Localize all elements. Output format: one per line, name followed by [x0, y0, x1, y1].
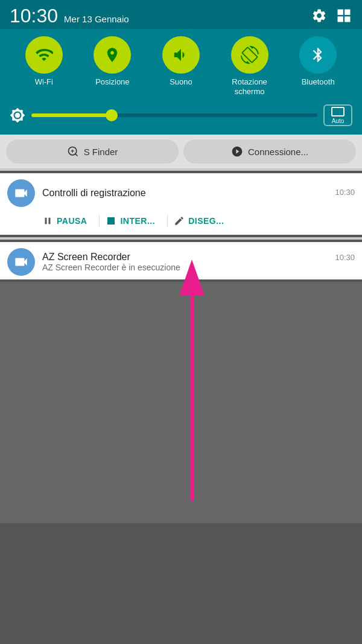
- toggle-posizione[interactable]: Posizione: [94, 36, 131, 96]
- edit-action-button[interactable]: DISEG...: [174, 213, 230, 229]
- notif-icon-1: [7, 179, 35, 207]
- bluetooth-circle: [299, 36, 337, 74]
- stop-icon: [106, 215, 116, 226]
- sfinder-button[interactable]: S Finder: [6, 139, 179, 164]
- rotazione-circle: [231, 36, 268, 74]
- toggle-buttons-row: Wi-Fi Posizione Suono: [10, 36, 352, 96]
- notif-subtitle-2: AZ Screen Recorder è in esecuzione: [42, 263, 355, 272]
- rotazione-label: Rotazione schermo: [232, 77, 267, 96]
- posizione-label: Posizione: [95, 77, 129, 87]
- notif-time-1: 10:30: [335, 188, 355, 197]
- quick-settings-panel: Wi-Fi Posizione Suono: [0, 29, 362, 135]
- auto-rect-icon: [331, 107, 345, 116]
- bottom-buttons-bar: S Finder Connessione...: [0, 135, 362, 168]
- pause-label: PAUSA: [57, 216, 87, 226]
- connection-button[interactable]: Connessione...: [183, 139, 356, 164]
- posizione-circle: [94, 36, 131, 74]
- brightness-icon[interactable]: [10, 107, 25, 123]
- settings-icon[interactable]: [311, 8, 327, 24]
- time-display: 10:30: [10, 6, 58, 25]
- notif-actions-1: PAUSA INTER... DISEG...: [0, 211, 362, 235]
- brightness-fill: [31, 113, 112, 117]
- action-separator-2: [167, 215, 168, 227]
- brightness-slider[interactable]: [31, 113, 317, 117]
- suono-label: Suono: [170, 77, 192, 87]
- notif-title-2: AZ Screen Recorder: [42, 252, 130, 263]
- notification-divider: [0, 168, 362, 171]
- notif-title-1: Controlli di registrazione: [42, 188, 146, 199]
- toggle-bluetooth[interactable]: Bluetooth: [299, 36, 337, 96]
- grid-icon[interactable]: [335, 7, 352, 24]
- svg-rect-1: [107, 217, 115, 225]
- notif-icon-2: [7, 248, 35, 276]
- status-bar: 10:30 Mer 13 Gennaio: [0, 0, 362, 29]
- wifi-circle: [25, 36, 63, 74]
- inter-label: INTER...: [120, 216, 155, 226]
- suono-circle: [162, 36, 200, 74]
- action-separator-1: [99, 215, 100, 227]
- gray-background: [0, 282, 362, 523]
- sfinder-icon: [67, 145, 79, 158]
- auto-label: Auto: [332, 118, 345, 124]
- diseg-label: DISEG...: [188, 216, 224, 226]
- notification-header-1: Controlli di registrazione 10:30: [0, 173, 362, 211]
- notification-gap-2: [0, 237, 362, 240]
- notif-title-row-2: AZ Screen Recorder 10:30 AZ Screen Recor…: [42, 252, 355, 272]
- notification-card-1: Controlli di registrazione 10:30 PAUSA I…: [0, 173, 362, 235]
- connection-label: Connessione...: [248, 147, 308, 157]
- connection-icon: [231, 145, 243, 158]
- stop-action-button[interactable]: INTER...: [106, 213, 161, 229]
- auto-brightness-button[interactable]: Auto: [323, 104, 352, 126]
- date-display: Mer 13 Gennaio: [64, 14, 129, 24]
- sfinder-label: S Finder: [84, 147, 118, 157]
- brightness-thumb: [106, 109, 118, 121]
- brightness-row: Auto: [10, 104, 352, 126]
- bluetooth-label: Bluetooth: [302, 77, 335, 87]
- notif-title-row-1: Controlli di registrazione 10:30: [42, 188, 355, 199]
- wifi-label: Wi-Fi: [35, 77, 53, 87]
- notif-time-2: 10:30: [335, 253, 355, 262]
- notification-card-2: AZ Screen Recorder 10:30 AZ Screen Recor…: [0, 242, 362, 279]
- notification-header-2: AZ Screen Recorder 10:30 AZ Screen Recor…: [0, 242, 362, 279]
- pause-icon: [42, 215, 53, 226]
- pause-action-button[interactable]: PAUSA: [42, 213, 93, 229]
- toggle-suono[interactable]: Suono: [162, 36, 200, 96]
- status-icons: [311, 7, 352, 24]
- edit-icon: [174, 215, 185, 226]
- toggle-wifi[interactable]: Wi-Fi: [25, 36, 63, 96]
- toggle-rotazione[interactable]: Rotazione schermo: [231, 36, 268, 96]
